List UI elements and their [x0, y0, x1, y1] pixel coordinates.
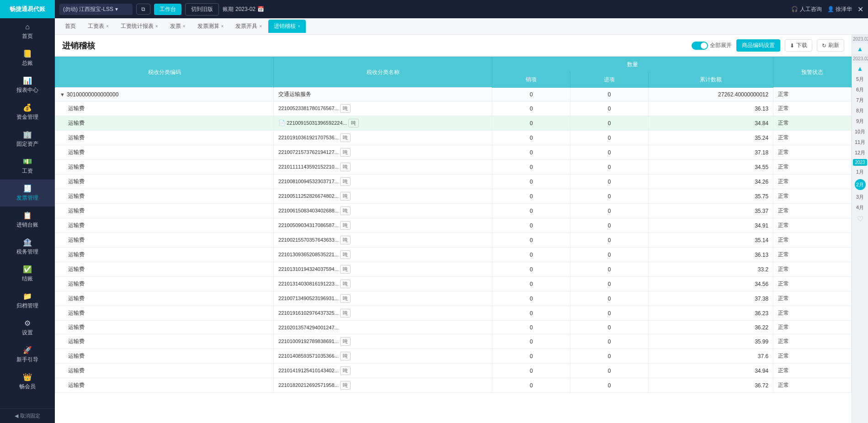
favorite-icon[interactable]: ♡: [855, 213, 865, 225]
sidebar-icon-vip: 👑: [23, 373, 32, 381]
refresh-button[interactable]: ↻ 刷新: [817, 39, 844, 52]
item-warning-cell: 正常: [773, 321, 852, 334]
nav-up2-button[interactable]: ▲: [852, 63, 868, 74]
unit-button[interactable]: 吨: [340, 236, 351, 244]
tab-invoice-calc[interactable]: 发票测算×: [192, 20, 229, 33]
item-name-cell: 运输费: [55, 349, 274, 364]
nav-up-button[interactable]: ▲: [852, 43, 868, 54]
unit-button[interactable]: 吨: [340, 163, 351, 171]
sidebar-icon-settle: ✅: [23, 265, 32, 274]
download-button[interactable]: ⬇ 下载: [785, 39, 812, 52]
page-header: 进销稽核 全部展开 商品编码设置 ⬇ 下载 ↻ 刷新: [55, 35, 852, 57]
item-invoice-cell: 22100615083403402688... 吨: [274, 204, 492, 218]
month-item[interactable]: 10月: [854, 127, 866, 137]
tab-invoice[interactable]: 发票×: [165, 20, 191, 33]
sidebar-item-purchase-sales[interactable]: 📋进销台账: [0, 206, 55, 233]
unpin-button[interactable]: ◀ 取消固定: [0, 408, 55, 423]
col-tax-name: 税收分类名称: [274, 57, 492, 88]
unit-button[interactable]: 吨: [340, 366, 351, 375]
unit-button[interactable]: 吨: [340, 148, 351, 157]
item-warning-cell: 正常: [773, 145, 852, 160]
sidebar-item-assets[interactable]: 🏢固定资产: [0, 126, 55, 153]
sidebar-item-guide[interactable]: 🚀新手引导: [0, 341, 55, 368]
unit-button[interactable]: 吨: [340, 280, 351, 288]
tab-close-invoice[interactable]: ×: [183, 24, 186, 29]
tab-home[interactable]: 首页: [59, 20, 81, 33]
sidebar-item-tax[interactable]: 🏦税务管理: [0, 233, 55, 260]
unit-button[interactable]: 吨: [340, 352, 351, 360]
main-area: (勿动) 江西报宝-LSS ▾ ⧉ 工作台 切到旧版 账期 2023-02 📅 …: [55, 0, 868, 423]
item-sales-cell: 0: [492, 349, 570, 364]
unit-button[interactable]: 吨: [340, 337, 351, 346]
month-item-active[interactable]: 2月: [855, 179, 866, 190]
tab-close-payroll-stats[interactable]: ×: [155, 24, 158, 29]
unit-button[interactable]: 吨: [340, 250, 351, 259]
unit-button[interactable]: 吨: [340, 265, 351, 274]
item-purchase-cell: 0: [570, 364, 649, 378]
unit-button[interactable]: 吨: [340, 133, 351, 142]
month-item[interactable]: 9月: [854, 116, 866, 127]
unit-button[interactable]: 吨: [348, 119, 359, 127]
sidebar-item-settings[interactable]: ⚙设置: [0, 314, 55, 341]
month-item[interactable]: 4月: [855, 202, 866, 213]
sidebar-label-funds: 资金管理: [16, 113, 38, 121]
month-item[interactable]: 3月: [855, 192, 866, 202]
support-link[interactable]: 🎧 人工咨询: [791, 5, 821, 13]
item-purchase-cell: 0: [570, 321, 649, 334]
user-menu[interactable]: 👤 徐泽华: [827, 5, 852, 13]
unit-button[interactable]: 吨: [340, 381, 351, 390]
year-2023-label: 2023: [853, 159, 867, 166]
unit-button[interactable]: 吨: [340, 221, 351, 230]
sidebar-item-archive[interactable]: 📁归档管理: [0, 287, 55, 314]
sidebar-label-purchase-sales: 进销台账: [16, 221, 38, 229]
sidebar-item-reports[interactable]: 📊报表中心: [0, 72, 55, 99]
sidebar-item-invoices[interactable]: 🧾发票管理: [0, 180, 55, 206]
month-item[interactable]: 5月: [854, 74, 866, 85]
tab-payroll-stats[interactable]: 工资统计报表×: [115, 20, 164, 33]
sidebar-item-settle[interactable]: ✅结账: [0, 260, 55, 287]
month-item[interactable]: 11月: [854, 137, 866, 148]
item-invoice-cell: 22101009192789838691... 吨: [274, 334, 492, 349]
workbench-button[interactable]: 工作台: [154, 4, 181, 15]
month-item[interactable]: 7月: [854, 95, 866, 106]
sidebar-item-payroll[interactable]: 💵工资: [0, 153, 55, 180]
item-warning-cell: 正常: [773, 101, 852, 116]
unit-button[interactable]: 吨: [340, 192, 351, 201]
dropdown-icon: ▾: [115, 6, 118, 12]
item-sales-cell: 0: [492, 262, 570, 277]
col-purchase: 进项: [570, 72, 649, 88]
unit-button[interactable]: 吨: [340, 294, 351, 303]
sidebar-item-home[interactable]: ⌂首页: [0, 18, 55, 45]
tab-close-payroll[interactable]: ×: [106, 24, 109, 29]
unit-button[interactable]: 吨: [340, 206, 351, 215]
tab-invoice-open[interactable]: 发票开具×: [230, 20, 267, 33]
month-item[interactable]: 12月: [854, 148, 866, 158]
company-selector[interactable]: (勿动) 江西报宝-LSS ▾: [59, 4, 133, 15]
item-warning-cell: 正常: [773, 306, 852, 321]
sidebar-item-ledger[interactable]: 📒总账: [0, 45, 55, 72]
tab-in-out-verify[interactable]: 进销稽核×: [268, 20, 306, 33]
calendar-icon[interactable]: 📅: [257, 6, 264, 12]
sidebar-icon-invoices: 🧾: [23, 184, 32, 193]
expand-toggle[interactable]: [692, 42, 708, 50]
tab-close-invoice-open[interactable]: ×: [259, 24, 262, 29]
item-name-cell: 运输费: [55, 306, 274, 321]
month-item[interactable]: 1月: [855, 167, 866, 177]
switch-version-button[interactable]: 切到旧版: [185, 3, 219, 16]
month-item[interactable]: 8月: [854, 106, 866, 116]
tab-close-invoice-calc[interactable]: ×: [221, 24, 224, 29]
sidebar-item-vip[interactable]: 👑畅会员: [0, 368, 55, 395]
month-item[interactable]: 6月: [854, 85, 866, 95]
unit-button[interactable]: 吨: [340, 177, 351, 186]
unit-button[interactable]: 吨: [340, 104, 351, 113]
item-sales-cell: 0: [492, 204, 570, 218]
unit-button[interactable]: 吨: [340, 309, 351, 317]
sidebar-item-funds[interactable]: 💰资金管理: [0, 99, 55, 126]
right-panel: 2023.02 ▲ 2023.02 ▲ 5月6月7月8月9月10月11月12月 …: [852, 35, 868, 423]
tab-close-in-out-verify[interactable]: ×: [298, 24, 300, 29]
tab-payroll[interactable]: 工资表×: [82, 20, 114, 33]
close-window-button[interactable]: ✕: [857, 5, 863, 14]
item-purchase-cell: 0: [570, 204, 649, 218]
settings-button[interactable]: 商品编码设置: [736, 39, 780, 52]
copy-button[interactable]: ⧉: [136, 4, 150, 15]
